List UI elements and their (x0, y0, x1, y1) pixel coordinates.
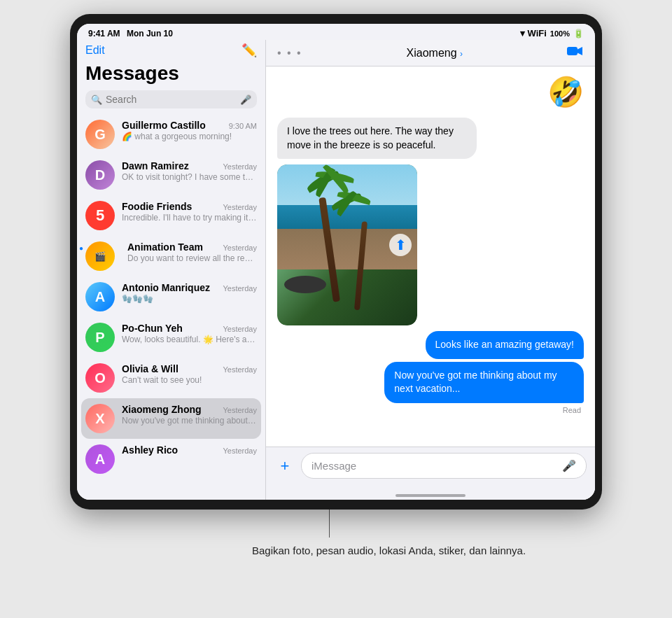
search-mic-icon[interactable]: 🎤 (240, 94, 251, 105)
conv-header: Animation Team Yesterday (122, 241, 257, 253)
chat-contact-name: Xiaomeng › (407, 47, 463, 59)
imessage-input-field[interactable]: iMessage 🎤 (301, 453, 587, 479)
avatar: A (85, 444, 115, 474)
conv-preview: Wow, looks beautiful. 🌟 Here's a photo o… (122, 335, 257, 344)
status-date: Mon Jun 10 (127, 29, 173, 38)
conv-time: Yesterday (223, 203, 257, 211)
conv-name: Foodie Friends (122, 201, 192, 212)
video-call-button[interactable] (567, 45, 584, 60)
emoji-reaction: 🤣 (547, 75, 584, 109)
home-indicator (266, 490, 595, 500)
search-input[interactable] (106, 94, 237, 105)
conv-content: Antonio Manriquez Yesterday 🧤🧤🧤 (122, 282, 257, 304)
search-bar: 🔍 🎤 (85, 90, 257, 108)
list-item[interactable]: A Antonio Manriquez Yesterday 🧤🧤🧤 (77, 276, 265, 317)
avatar: G (85, 120, 115, 149)
dots-menu[interactable]: • • • (277, 47, 302, 59)
svg-rect-0 (567, 47, 578, 55)
status-time: 9:41 AM (88, 29, 120, 38)
conv-time: Yesterday (223, 284, 257, 293)
conv-header: Guillermo Castillo 9:30 AM (122, 120, 257, 131)
conv-header: Antonio Manriquez Yesterday (122, 282, 257, 293)
message-image: ⬆ (277, 164, 417, 325)
list-item[interactable]: O Olivia & Will Yesterday Can't wait to … (77, 358, 265, 398)
conv-name: Antonio Manriquez (122, 282, 210, 293)
conv-preview: Now you've got me thinking about my next… (122, 416, 257, 426)
avatar: 🎬 (85, 241, 115, 271)
conv-content: Ashley Rico Yesterday (122, 444, 257, 456)
conv-name: Olivia & Will (122, 363, 178, 374)
conv-content: Olivia & Will Yesterday Can't wait to se… (122, 363, 257, 385)
conv-preview: 🌈 what a gorgeous morning! (122, 132, 257, 141)
list-item[interactable]: 🎬 Animation Team Yesterday Do you want t… (77, 236, 265, 276)
conv-time: Yesterday (223, 447, 257, 455)
conv-preview: Incredible. I'll have to try making it m… (122, 213, 257, 223)
list-item[interactable]: G Guillermo Castillo 9:30 AM 🌈 what a go… (77, 114, 265, 155)
conv-header: Xiaomeng Zhong Yesterday (122, 404, 257, 415)
conv-content: Guillermo Castillo 9:30 AM 🌈 what a gorg… (122, 120, 257, 141)
conv-content: Animation Team Yesterday Do you want to … (122, 241, 257, 263)
status-bar-left: 9:41 AM Mon Jun 10 (88, 29, 173, 38)
conv-content: Xiaomeng Zhong Yesterday Now you've got … (122, 404, 257, 426)
conv-header: Foodie Friends Yesterday (122, 201, 257, 212)
message-bubble-sent-2: Now you've got me thinking about my next… (384, 362, 584, 403)
chevron-right-icon: › (460, 49, 463, 59)
conv-content: Foodie Friends Yesterday Incredible. I'l… (122, 201, 257, 223)
conv-name: Animation Team (127, 241, 203, 253)
conv-time: Yesterday (223, 365, 257, 374)
list-item[interactable]: D Dawn Ramirez Yesterday OK to visit ton… (77, 155, 265, 195)
conv-name: Ashley Rico (122, 444, 178, 456)
list-item[interactable]: 5 Foodie Friends Yesterday Incredible. I… (77, 195, 265, 236)
message-bubble-received: I love the trees out here. The way they … (277, 118, 477, 159)
conv-header: Po-Chun Yeh Yesterday (122, 323, 257, 334)
ipad-frame: 9:41 AM Mon Jun 10 ▾ WiFi 100% 🔋 Edit ✏️ (70, 14, 602, 510)
sidebar-header: Edit ✏️ (77, 40, 265, 62)
avatar: P (85, 323, 115, 352)
conv-content: Dawn Ramirez Yesterday OK to visit tonig… (122, 160, 257, 182)
chat-title-area[interactable]: Xiaomeng › (407, 47, 463, 59)
messages-title: Messages (77, 62, 265, 90)
conv-time: 9:30 AM (229, 122, 257, 130)
add-attachments-button[interactable]: + (274, 457, 295, 475)
conv-name: Dawn Ramirez (122, 160, 189, 171)
wifi-icon: ▾ WiFi (520, 28, 547, 38)
avatar: D (85, 160, 115, 190)
palm-leaves-2 (330, 194, 372, 218)
sidebar: Edit ✏️ Messages 🔍 🎤 G (77, 40, 266, 500)
conv-time: Yesterday (223, 244, 257, 252)
avatar: A (85, 282, 115, 311)
conv-header: Ashley Rico Yesterday (122, 444, 257, 456)
share-button[interactable]: ⬆ (389, 234, 412, 256)
input-mic-icon[interactable]: 🎤 (562, 459, 576, 472)
imessage-placeholder: iMessage (312, 460, 562, 472)
main-content: Edit ✏️ Messages 🔍 🎤 G (77, 40, 595, 500)
conv-time: Yesterday (223, 406, 257, 414)
chat-panel: • • • Xiaomeng › (266, 40, 595, 500)
conv-header: Olivia & Will Yesterday (122, 363, 257, 374)
chat-input-bar: + iMessage 🎤 (266, 447, 595, 490)
avatar: O (85, 363, 115, 393)
search-icon: 🔍 (91, 94, 102, 105)
conv-time: Yesterday (223, 162, 257, 171)
ipad-screen: 9:41 AM Mon Jun 10 ▾ WiFi 100% 🔋 Edit ✏️ (77, 24, 595, 500)
list-item[interactable]: A Ashley Rico Yesterday (77, 439, 265, 479)
home-bar (396, 494, 465, 497)
conv-name: Xiaomeng Zhong (122, 404, 202, 415)
list-item[interactable]: P Po-Chun Yeh Yesterday Wow, looks beaut… (77, 317, 265, 358)
avatar: 5 (85, 201, 115, 230)
conversation-list: G Guillermo Castillo 9:30 AM 🌈 what a go… (77, 114, 265, 500)
chat-header: • • • Xiaomeng › (266, 40, 595, 66)
compose-button[interactable]: ✏️ (241, 43, 257, 58)
battery-icon: 🔋 (573, 29, 584, 38)
status-bar-right: ▾ WiFi 100% 🔋 (520, 28, 584, 38)
conv-name: Po-Chun Yeh (122, 323, 183, 334)
sent-message-group: Looks like an amazing getaway! Now you'v… (277, 331, 584, 414)
avatar: X (85, 404, 115, 433)
conv-preview: OK to visit tonight? I have some things … (122, 172, 257, 182)
edit-button[interactable]: Edit (85, 44, 105, 57)
annotation-bottom: Bagikan foto, pesan audio, lokasi Anda, … (252, 543, 526, 559)
status-bar: 9:41 AM Mon Jun 10 ▾ WiFi 100% 🔋 (77, 24, 595, 40)
conv-preview: 🧤🧤🧤 (122, 294, 257, 304)
list-item-active[interactable]: X Xiaomeng Zhong Yesterday Now you've go… (81, 398, 261, 439)
conv-name: Guillermo Castillo (122, 120, 206, 131)
